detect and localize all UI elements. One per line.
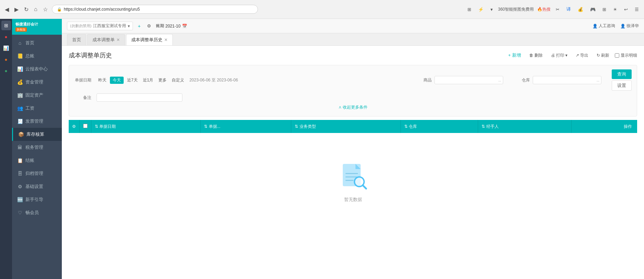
- brightness-button[interactable]: ☀: [611, 6, 619, 13]
- goods-select[interactable]: [434, 76, 503, 84]
- print-dropdown[interactable]: ▾: [565, 53, 567, 58]
- th-handler[interactable]: ⇅ 经手人: [478, 120, 572, 133]
- new-button[interactable]: + 新增: [505, 51, 523, 60]
- vip-icon: ♡: [17, 210, 23, 215]
- iconbar-item-0[interactable]: ⊞: [1, 21, 11, 30]
- delete-button[interactable]: 🗑 删除: [527, 51, 545, 60]
- sidebar-logo[interactable]: 畅捷通好会计 旗舰版: [12, 19, 62, 35]
- filter-row-2: 备注: [74, 93, 632, 102]
- company-settings-button[interactable]: ⚙: [146, 22, 152, 30]
- table-container: ⚙ ⇅ 单据日期 ⇅ 单据...: [69, 120, 637, 230]
- print-button[interactable]: 🖨 🖨 打印 打印 ▾: [548, 51, 570, 60]
- collapse-button[interactable]: ∧ 收起更多条件: [338, 104, 368, 110]
- date-yesterday[interactable]: 昨天: [97, 77, 108, 84]
- sidebar-label-funds: 资金管理: [25, 79, 43, 85]
- tab-cost-adjust-close[interactable]: ✕: [116, 37, 120, 42]
- date-7days[interactable]: 近7天: [125, 77, 139, 84]
- sidebar-item-closing[interactable]: 📋 结账: [12, 154, 62, 167]
- filter-settings-button[interactable]: 设置: [612, 80, 632, 91]
- remark-input[interactable]: [97, 93, 182, 102]
- wallet-button[interactable]: 💰: [576, 6, 585, 13]
- flash-button[interactable]: ⚡: [476, 6, 485, 13]
- th-biz-type[interactable]: ⇅ 业务类型: [291, 120, 400, 133]
- sidebar-item-archive[interactable]: 🗄 归档管理: [12, 167, 62, 180]
- add-company-button[interactable]: +: [136, 22, 142, 30]
- display-detail-checkbox[interactable]: [615, 53, 619, 58]
- more-button[interactable]: ▾: [489, 6, 495, 13]
- sidebar-item-assets[interactable]: 🏢 固定资产: [12, 89, 62, 102]
- th-checkbox[interactable]: [80, 120, 91, 133]
- sidebar-item-reports[interactable]: 📊 云报表中心: [12, 63, 62, 76]
- iconbar-item-4[interactable]: ●: [1, 66, 11, 76]
- hot-label: 🔥热搜: [537, 7, 551, 12]
- scissors-button[interactable]: ✂: [554, 6, 561, 13]
- sidebar-label-closing: 结账: [25, 157, 34, 164]
- date-custom[interactable]: 自定义: [170, 77, 186, 84]
- export-button[interactable]: ↗ 导出: [573, 51, 591, 60]
- iconbar-item-3[interactable]: ●: [1, 55, 11, 64]
- sidebar-item-salary[interactable]: 👥 工资: [12, 102, 62, 115]
- user-button[interactable]: 👤 徐泽华: [620, 23, 639, 29]
- query-button[interactable]: 查询: [612, 69, 632, 79]
- menu-button[interactable]: ☰: [633, 6, 641, 13]
- display-detail-label: 显示明细: [621, 53, 637, 58]
- forward-button[interactable]: ▶: [13, 5, 20, 14]
- page-title-row: 成本调整单历史 + 新增 🗑 删除 🖨 🖨 打印 打印 ▾ ↗ 导出: [69, 51, 637, 60]
- export-icon: ↗: [576, 53, 579, 58]
- help-button[interactable]: 👤 人工咨询: [592, 23, 615, 29]
- th-warehouse[interactable]: ⇅ 仓库: [400, 120, 478, 133]
- company-note: (勿删勿禁用): [70, 23, 91, 29]
- tab-cost-adjust[interactable]: 成本调整单 ✕: [87, 34, 125, 45]
- print-icon: 🖨: [551, 53, 555, 58]
- sidebar-item-inventory[interactable]: 📦 库存核算: [12, 128, 62, 141]
- tab-home-label: 首页: [72, 37, 81, 43]
- tab-home[interactable]: 首页: [67, 34, 86, 45]
- company-select[interactable]: (勿删勿禁用) 江西服宝测试专用 ▾: [67, 22, 133, 30]
- th-handler-sort[interactable]: ⇅ 经手人: [482, 124, 568, 130]
- sidebar-item-vip[interactable]: ♡ 畅会员: [12, 206, 62, 219]
- game-button[interactable]: 🎮: [588, 6, 597, 13]
- empty-text: 暂无数据: [344, 197, 362, 203]
- iconbar-item-1[interactable]: ●: [1, 32, 11, 42]
- iconbar-item-2[interactable]: 📊: [1, 43, 11, 53]
- url-bar[interactable]: 🔒 https://cloud.chanjet.com/accounting/u…: [52, 5, 258, 14]
- search-hint: 360智能抠图免费用: [498, 7, 534, 12]
- date-1month[interactable]: 近1月: [141, 77, 155, 84]
- svg-line-6: [363, 185, 366, 189]
- warehouse-select[interactable]: [533, 76, 601, 84]
- th-date-sort[interactable]: ⇅ 单据日期: [95, 124, 197, 130]
- sidebar-item-guide[interactable]: 🆕 新手引导: [12, 193, 62, 206]
- sidebar-item-account[interactable]: 📒 总账: [12, 49, 62, 63]
- date-more[interactable]: 更多: [157, 77, 168, 84]
- th-settings[interactable]: ⚙: [69, 120, 80, 133]
- th-date[interactable]: ⇅ 单据日期: [91, 120, 201, 133]
- home-button[interactable]: ⌂: [33, 5, 39, 14]
- refresh-button[interactable]: ↻ 刷新: [594, 51, 612, 60]
- date-today[interactable]: 今天: [110, 77, 124, 84]
- tab-cost-adjust-history-close[interactable]: ✕: [164, 37, 168, 42]
- th-number-sort[interactable]: ⇅ 单据...: [204, 124, 287, 130]
- sidebar-item-tax[interactable]: 🏛 税务管理: [12, 141, 62, 154]
- sidebar-item-home[interactable]: ⌂ 首页: [12, 36, 62, 49]
- display-detail-toggle[interactable]: 显示明细: [615, 53, 637, 58]
- th-warehouse-sort[interactable]: ⇅ 仓库: [404, 124, 475, 130]
- back-button[interactable]: ◀: [3, 5, 10, 14]
- sidebar-item-invoice[interactable]: 🧾 发票管理: [12, 115, 62, 128]
- sidebar-item-settings[interactable]: ⚙ 基础设置: [12, 180, 62, 193]
- undo-button[interactable]: ↩: [622, 6, 630, 13]
- th-biz-type-sort[interactable]: ⇅ 业务类型: [295, 124, 397, 130]
- tab-cost-adjust-history[interactable]: 成本调整单历史 ✕: [126, 34, 173, 45]
- browser-chrome: ◀ ▶ ↻ ⌂ ☆ 🔒 https://cloud.chanjet.com/ac…: [0, 0, 644, 19]
- date-options-group: 昨天 今天 近7天 近1月 更多 自定义 2023-06-06 至 2023-0…: [97, 77, 238, 84]
- goods-filter-label: 商品: [415, 77, 432, 83]
- refresh-button[interactable]: ↻: [23, 5, 30, 14]
- star-button[interactable]: ☆: [42, 5, 49, 14]
- grid-button[interactable]: ⊞: [601, 6, 608, 13]
- select-all-checkbox[interactable]: [83, 124, 88, 128]
- inventory-icon: 📦: [18, 132, 24, 137]
- translate-button[interactable]: 译: [565, 5, 573, 13]
- sidebar-item-funds[interactable]: 💰 资金管理: [12, 76, 62, 89]
- sidebar-label-vip: 畅会员: [25, 210, 39, 216]
- extensions-button[interactable]: ⊞: [466, 6, 473, 13]
- th-number[interactable]: ⇅ 单据...: [201, 120, 291, 133]
